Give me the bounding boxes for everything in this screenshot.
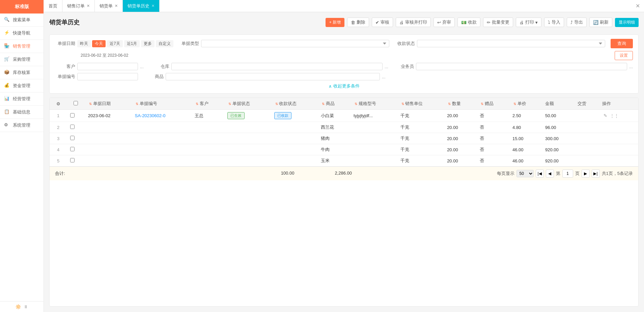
table-row: 2西兰花千克20.00否4.8096.00	[50, 122, 638, 133]
edit-action-button[interactable]: ✎	[602, 112, 609, 119]
sidebar-item-quick-nav[interactable]: ⚡ 快捷导航	[0, 27, 44, 40]
audit-print-button[interactable]: 🖨 审核并打印	[396, 18, 431, 27]
date-tag-today[interactable]: 今天	[92, 40, 106, 47]
sidebar-item-purchase-mgmt[interactable]: 🛒 采购管理	[0, 53, 44, 66]
select-all-checkbox[interactable]	[74, 101, 78, 105]
th-gift[interactable]: ⇅ 赠品	[476, 98, 509, 110]
row-checkbox-input[interactable]	[70, 158, 75, 162]
th-settings[interactable]: ⚙	[50, 98, 67, 110]
tab-sales-history[interactable]: 销货单历史 ✕	[123, 0, 160, 12]
tab-sales-delivery-close[interactable]: ✕	[115, 4, 118, 8]
abandon-button[interactable]: ↩ 弃审	[433, 18, 455, 27]
customer-dots[interactable]: ...	[140, 64, 144, 69]
sidebar-item-basic-info[interactable]: 📋 基础信息	[0, 106, 44, 119]
last-page-button[interactable]: ▶|	[592, 170, 600, 178]
sun-icon[interactable]: 🔆	[16, 304, 21, 309]
tab-sales-order-label: 销售订单	[67, 3, 85, 9]
batch-change-button[interactable]: ✏ 批量变更	[483, 18, 513, 27]
tab-sales-history-close[interactable]: ✕	[151, 4, 155, 8]
th-checkbox[interactable]	[67, 98, 85, 110]
cell-doc-date	[85, 133, 132, 144]
date-tag-yesterday[interactable]: 昨天	[77, 40, 91, 47]
audit-button[interactable]: ✔ 审核	[372, 18, 393, 27]
page-number-input[interactable]	[562, 170, 573, 178]
th-unit[interactable]: ⇅ 销售单位	[397, 98, 444, 110]
export-button[interactable]: ⤴ 导出	[567, 18, 587, 27]
collapse-button[interactable]: ∧ 收起更多条件	[55, 83, 633, 89]
import-button[interactable]: ⤵ 导入	[544, 18, 564, 27]
goods-dots[interactable]: ...	[382, 74, 386, 79]
sort-icon: ⇅	[513, 102, 516, 106]
sidebar-item-finance[interactable]: 💰 资金管理	[0, 79, 44, 93]
first-page-button[interactable]: |◀	[536, 170, 544, 178]
sidebar-item-search-menu[interactable]: 🔍 搜索菜单	[0, 14, 44, 27]
new-button[interactable]: + 新增	[326, 18, 344, 27]
cell-goods: 牛肉	[317, 144, 350, 155]
cell-goods: 西兰花	[317, 122, 350, 133]
cell-transaction	[574, 133, 599, 144]
cell-amount: 96.00	[542, 122, 574, 133]
row-checkbox-input[interactable]	[70, 147, 75, 151]
collect-status-select[interactable]	[417, 40, 605, 47]
tab-home[interactable]: 首页	[44, 0, 62, 12]
date-tag-more[interactable]: 更多	[141, 40, 155, 47]
cell-doc-date	[85, 122, 132, 133]
salesperson-input[interactable]	[416, 63, 627, 70]
sidebar-item-sales-mgmt[interactable]: 🏪 销售管理	[0, 40, 44, 53]
sidebar-item-system[interactable]: ⚙ 系统管理	[0, 119, 44, 132]
show-detail-button[interactable]: 显示明细	[615, 18, 639, 27]
page-size-select[interactable]: 50 100 200	[516, 170, 534, 177]
tab-sales-delivery[interactable]: 销货单 ✕	[95, 0, 123, 12]
cell-qty: 20.00	[444, 155, 476, 166]
docnum-input[interactable]	[77, 73, 138, 80]
close-all-tabs[interactable]: ✕	[632, 3, 644, 9]
date-tag-custom[interactable]: 自定义	[156, 40, 173, 47]
row-checkbox-input[interactable]	[70, 113, 75, 118]
delete-button[interactable]: 🗑 删除	[347, 18, 369, 27]
warehouse-input[interactable]	[171, 63, 383, 70]
settings-button[interactable]: 设置	[615, 51, 633, 60]
prev-page-button[interactable]: ◀	[546, 170, 554, 178]
th-customer[interactable]: ⇅ 客户	[191, 98, 224, 110]
doc-type-select[interactable]	[201, 40, 389, 47]
th-unit-price[interactable]: ⇅ 单价	[509, 98, 542, 110]
dollar-icon: 💰	[4, 83, 10, 89]
total-qty: 100.00	[281, 171, 295, 177]
th-action: 操作	[599, 98, 638, 110]
collect-button[interactable]: 💵 收款	[457, 18, 480, 27]
query-button[interactable]: 查询	[611, 39, 633, 48]
next-page-button[interactable]: ▶	[582, 170, 590, 178]
row-checkbox-input[interactable]	[70, 125, 75, 129]
tab-sales-order-close[interactable]: ✕	[87, 4, 90, 8]
th-doc-num[interactable]: ⇅ 单据编号	[131, 98, 191, 110]
pause-icon[interactable]: ⏸	[24, 304, 28, 309]
th-collect-status[interactable]: ⇅ 收款状态	[271, 98, 318, 110]
doc-num-link[interactable]: SA-20230602-0	[135, 113, 165, 118]
cell-customer	[191, 133, 224, 144]
refresh-button[interactable]: 🔄 刷新	[589, 18, 612, 27]
sidebar-item-operations[interactable]: 📊 经营管理	[0, 93, 44, 106]
cell-gift: 否	[476, 133, 509, 144]
th-spec[interactable]: ⇅ 规格型号	[350, 98, 397, 110]
th-goods[interactable]: ⇅ 商品	[317, 98, 350, 110]
date-tag-7days[interactable]: 近7天	[107, 40, 123, 47]
row-checkbox-input[interactable]	[70, 136, 75, 140]
goods-input[interactable]	[166, 73, 380, 80]
th-qty[interactable]: ⇅ 数量	[444, 98, 476, 110]
customer-input[interactable]	[77, 63, 138, 70]
tab-sales-order[interactable]: 销售订单 ✕	[62, 0, 95, 12]
th-doc-date[interactable]: ⇅ 单据日期	[85, 98, 132, 110]
page-title: 销货单历史	[49, 18, 80, 26]
print-button[interactable]: 🖨 打印 ▾	[516, 18, 541, 27]
th-doc-status[interactable]: ⇅ 单据状态	[224, 98, 271, 110]
docnum-filter: 单据编号	[55, 73, 138, 80]
more-action-button[interactable]: ⋮⋮	[609, 112, 620, 119]
date-tag-1month[interactable]: 近1月	[124, 40, 140, 47]
page-size-label: 每页显示	[497, 171, 514, 177]
salesperson-dots[interactable]: ...	[629, 64, 633, 69]
table-body: 12023-06-02SA-20230602-0王总已生效已收款小白菜tyjyj…	[50, 110, 638, 166]
sidebar-item-label: 采购管理	[13, 56, 30, 62]
warehouse-dots[interactable]: ...	[385, 64, 388, 69]
sidebar-item-inventory[interactable]: 📦 库存核算	[0, 66, 44, 79]
salesperson-label: 业务员	[394, 63, 414, 70]
